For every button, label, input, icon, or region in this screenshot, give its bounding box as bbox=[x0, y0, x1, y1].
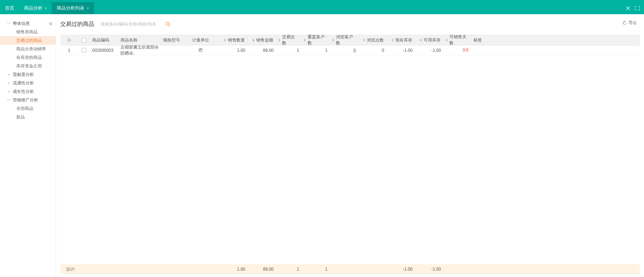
sort-icon: ▲▼ bbox=[419, 38, 422, 42]
gear-icon bbox=[67, 38, 72, 43]
chevron-right-icon: › bbox=[7, 89, 11, 94]
col-astock-label: 可用库存 bbox=[424, 37, 441, 43]
menu-category-pinrate[interactable]: 商品分类动销率 bbox=[0, 45, 56, 53]
menu-sales-category-label: 销售类商品 bbox=[16, 29, 38, 35]
totals-astock: -1.00 bbox=[415, 264, 443, 274]
cell-bcust-value: 0 bbox=[353, 48, 356, 53]
col-qty-label: 销售数量 bbox=[228, 37, 245, 43]
export-button[interactable]: 导出 bbox=[622, 20, 637, 26]
menu-marketing[interactable]: ﹀ 营销推广分析 bbox=[0, 96, 56, 104]
page-title: 交易过的商品 bbox=[60, 21, 94, 28]
tab-analysis[interactable]: 商品分析 × bbox=[19, 2, 52, 14]
col-gear[interactable] bbox=[60, 35, 78, 45]
totals-qty: 1.00 bbox=[215, 264, 247, 274]
search-input[interactable] bbox=[100, 20, 164, 28]
col-spec-label: 规格型号 bbox=[163, 37, 180, 43]
col-unit-label: 计量单位 bbox=[192, 37, 209, 43]
cell-days: 0天 bbox=[443, 45, 471, 55]
sort-icon: ▲▼ bbox=[252, 38, 255, 42]
col-cust-label: 覆盖客户数 bbox=[308, 34, 327, 46]
col-stock[interactable]: ▲▼现有库存 bbox=[386, 35, 415, 45]
menu-traded-products[interactable]: 交易过的商品 bbox=[0, 36, 56, 45]
cell-checkbox[interactable] bbox=[78, 45, 90, 55]
table-header: 商品编码 商品名称 规格型号 计量单位 ▲▼销售数量 ▲▼销售金额 ▲▼交易次数… bbox=[60, 35, 640, 45]
menu-stock-fund[interactable]: 库存资金占用 bbox=[0, 62, 56, 70]
cell-code: 002600003 bbox=[90, 45, 118, 55]
sort-icon: ▲▼ bbox=[332, 38, 335, 42]
menu-marketing-all-label: 全部商品 bbox=[16, 106, 33, 112]
close-icon[interactable]: × bbox=[86, 6, 89, 10]
cell-amt: 89.00 bbox=[247, 45, 276, 55]
menu-liquidity[interactable]: › 流通性分析 bbox=[0, 79, 56, 87]
sort-icon: ▲▼ bbox=[363, 38, 365, 42]
fullscreen-icon[interactable] bbox=[634, 5, 640, 11]
cell-tags bbox=[471, 45, 640, 55]
col-spec[interactable]: 规格型号 bbox=[161, 35, 186, 45]
menu-marketing-new[interactable]: 新品 bbox=[0, 113, 56, 121]
checkbox-icon bbox=[82, 38, 86, 43]
tab-analysis-list[interactable]: 商品分析列表 × bbox=[52, 2, 94, 14]
search-wrap bbox=[100, 20, 171, 28]
col-amt[interactable]: ▲▼销售金额 bbox=[247, 35, 276, 45]
col-code[interactable]: 商品编码 bbox=[90, 35, 118, 45]
cell-astock: -1.00 bbox=[415, 45, 443, 55]
chevron-right-icon: › bbox=[7, 81, 11, 85]
menu-marketing-all[interactable]: 全部商品 bbox=[0, 104, 56, 113]
sidebar: ﹀ 整体信息 销售类商品 交易过的商品 商品分类动销率 有库存的商品 库存资金占… bbox=[0, 14, 56, 277]
table-row[interactable]: 1 002600003 左都胶囊五折遮阳伞防晒伞; 把 1.00 89.00 1… bbox=[60, 45, 640, 55]
tab-home-label: 首页 bbox=[5, 5, 14, 11]
cell-qty: 1.00 bbox=[215, 45, 247, 55]
menu-sales-category[interactable]: 销售类商品 bbox=[0, 28, 56, 36]
svg-point-0 bbox=[166, 22, 169, 25]
menu-traded-products-label: 交易过的商品 bbox=[16, 38, 42, 44]
cell-name: 左都胶囊五折遮阳伞防晒伞; bbox=[118, 45, 161, 55]
totals-row: 合计: 1.00 89.00 1 1 -1.00 -1.00 bbox=[60, 264, 640, 274]
menu-marketing-new-label: 新品 bbox=[16, 114, 25, 120]
menu-category-pinrate-label: 商品分类动销率 bbox=[16, 46, 46, 52]
col-days[interactable]: ▲▼可销售天数 bbox=[443, 35, 471, 45]
sort-icon: ▲▼ bbox=[445, 38, 448, 42]
sort-icon: ▲▼ bbox=[391, 38, 394, 42]
col-name-label: 商品名称 bbox=[121, 37, 138, 43]
col-bcnt-label: 浏览次数 bbox=[367, 37, 384, 43]
col-qty[interactable]: ▲▼销售数量 bbox=[215, 35, 247, 45]
menu-stock-fund-label: 库存资金占用 bbox=[16, 63, 42, 69]
close-icon[interactable]: × bbox=[45, 6, 47, 10]
col-days-label: 可销售天数 bbox=[449, 34, 469, 46]
col-astock[interactable]: ▲▼可用库存 bbox=[415, 35, 443, 45]
menu-contribution[interactable]: › 贡献度分析 bbox=[0, 70, 56, 79]
col-unit[interactable]: 计量单位 bbox=[186, 35, 215, 45]
col-cust[interactable]: ▲▼覆盖客户数 bbox=[301, 35, 330, 45]
data-table: 商品编码 商品名称 规格型号 计量单位 ▲▼销售数量 ▲▼销售金额 ▲▼交易次数… bbox=[60, 35, 640, 55]
col-stock-label: 现有库存 bbox=[395, 37, 412, 43]
tabbar-right-controls bbox=[625, 2, 643, 14]
totals-label: 合计: bbox=[60, 264, 78, 274]
cell-index: 1 bbox=[60, 45, 78, 55]
menu-overall-label: 整体信息 bbox=[13, 21, 30, 27]
sort-icon: ▲▼ bbox=[303, 38, 306, 42]
menu-growth-label: 成长性分析 bbox=[13, 89, 34, 95]
totals-cust: 1 bbox=[301, 264, 330, 274]
cell-cust: 1 bbox=[301, 45, 330, 55]
export-label: 导出 bbox=[628, 20, 637, 26]
tab-bar: 首页 商品分析 × 商品分析列表 × bbox=[0, 2, 644, 14]
menu-marketing-label: 营销推广分析 bbox=[13, 97, 38, 103]
close-all-icon[interactable] bbox=[625, 5, 631, 11]
col-tags[interactable]: 标签 bbox=[471, 35, 640, 45]
search-icon[interactable] bbox=[165, 21, 171, 27]
col-trans[interactable]: ▲▼交易次数 bbox=[276, 35, 301, 45]
tab-home[interactable]: 首页 bbox=[0, 2, 19, 14]
col-name[interactable]: 商品名称 bbox=[118, 35, 161, 45]
sort-icon: ▲▼ bbox=[278, 38, 281, 42]
col-bcnt[interactable]: ▲▼浏览次数 bbox=[358, 35, 386, 45]
collapse-sidebar-icon[interactable] bbox=[47, 21, 54, 27]
menu-has-stock-label: 有库存的商品 bbox=[16, 55, 42, 61]
menu-liquidity-label: 流通性分析 bbox=[13, 80, 34, 86]
col-checkbox[interactable] bbox=[78, 35, 90, 45]
menu-has-stock[interactable]: 有库存的商品 bbox=[0, 53, 56, 62]
sort-icon: ▲▼ bbox=[224, 38, 226, 42]
menu-growth[interactable]: › 成长性分析 bbox=[0, 87, 56, 96]
cell-bcnt: 0 bbox=[358, 45, 386, 55]
cell-bcust[interactable]: 0 bbox=[330, 45, 358, 55]
col-bcust[interactable]: ▲▼浏览客户数 bbox=[330, 35, 358, 45]
